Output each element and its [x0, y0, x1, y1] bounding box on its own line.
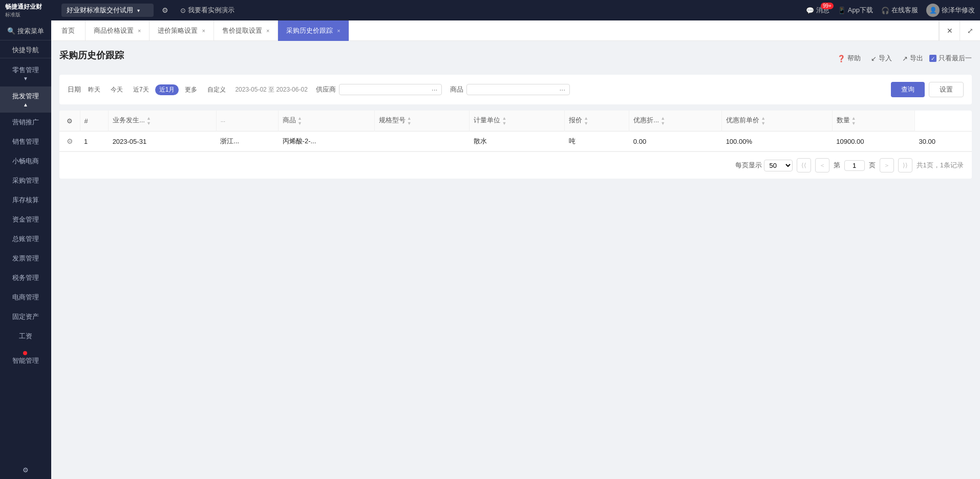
- close-icon[interactable]: ×: [138, 28, 141, 34]
- sidebar-item-9[interactable]: 发票管理: [0, 249, 51, 268]
- export-button[interactable]: ↗ 导出: [898, 52, 927, 65]
- user-name: 徐泽华修改: [942, 6, 975, 15]
- row-spec: [374, 132, 470, 151]
- help-button[interactable]: ❓ 帮助: [833, 52, 865, 65]
- sidebar-item-1[interactable]: 批发管理▲: [0, 86, 51, 113]
- tab-2[interactable]: 进价策略设置×: [150, 20, 214, 41]
- date-option-近1月[interactable]: 近1月: [155, 84, 179, 95]
- only-last-checkbox[interactable]: ✓ 只看最后一: [929, 54, 972, 63]
- play-icon: ⊙: [180, 7, 186, 14]
- download-icon: 📱: [838, 7, 846, 14]
- product-label: 商品: [450, 85, 463, 94]
- app-download-button[interactable]: 📱 App下载: [838, 6, 873, 15]
- tab-4[interactable]: 采购历史价跟踪×: [278, 20, 349, 41]
- row-quote-unit: 吨: [565, 132, 629, 151]
- first-page-button[interactable]: ⟨⟨: [797, 158, 811, 172]
- close-tab-button[interactable]: ✕: [939, 20, 960, 41]
- date-option-昨天[interactable]: 昨天: [84, 84, 104, 95]
- sort-icon: ▲▼: [761, 116, 765, 126]
- supplier-dots-button[interactable]: ···: [432, 85, 438, 94]
- maximize-button[interactable]: ⤢: [960, 20, 980, 41]
- more-col-button[interactable]: ···: [221, 118, 225, 124]
- tab-3[interactable]: 售价提取设置×: [214, 20, 278, 41]
- row-quantity: 30.00: [914, 132, 972, 151]
- demo-label: 我要看实例演示: [188, 6, 235, 15]
- col-header-quote[interactable]: 报价▲▼: [565, 111, 629, 132]
- row-gear[interactable]: ⚙: [59, 132, 80, 151]
- user-button[interactable]: 👤 徐泽华修改: [926, 4, 975, 17]
- row-more1: 浙江...: [216, 132, 278, 151]
- page-size-dropdown[interactable]: 50 100 200: [764, 160, 793, 171]
- col-header-discount[interactable]: 优惠折...▲▼: [629, 111, 722, 132]
- page-title: 采购历史价跟踪: [59, 49, 124, 61]
- product-dots-button[interactable]: ···: [559, 85, 565, 94]
- sidebar-item-4[interactable]: 小畅电商: [0, 151, 51, 171]
- prev-page-button[interactable]: ＜: [815, 158, 829, 172]
- sidebar-search[interactable]: 🔍 搜索菜单: [0, 20, 51, 40]
- col-header-biz_date[interactable]: 业务发生...▲▼: [109, 111, 217, 132]
- pagination: 每页显示 50 100 200 ⟨⟨ ＜ 第 页 ＞ ⟩⟩ 共1页，1条记录: [59, 151, 972, 179]
- col-header-gear: ⚙: [59, 111, 80, 132]
- logo-sub: 标准版: [5, 11, 20, 18]
- demo-button[interactable]: ⊙ 我要看实例演示: [180, 6, 235, 15]
- col-header-more1[interactable]: ···: [216, 111, 278, 132]
- col-header-unit_price[interactable]: 优惠前单价▲▼: [722, 111, 833, 132]
- sidebar-quicknav[interactable]: 快捷导航: [0, 42, 51, 58]
- col-header-product[interactable]: 商品▲▼: [279, 111, 375, 132]
- filter-actions: 查询 设置: [891, 82, 964, 97]
- last-page-button[interactable]: ⟩⟩: [898, 158, 912, 172]
- tab-label: 商品价格设置: [94, 26, 134, 35]
- sidebar-item-7[interactable]: 资金管理: [0, 210, 51, 229]
- sidebar-item-13[interactable]: 工资: [0, 326, 51, 346]
- close-icon[interactable]: ×: [202, 28, 205, 34]
- version-selector[interactable]: 好业财标准版交付试用 ▾: [61, 4, 154, 17]
- sort-icon: ▲▼: [502, 116, 506, 126]
- close-icon[interactable]: ×: [337, 28, 340, 34]
- date-option-近7天[interactable]: 近7天: [129, 84, 153, 95]
- close-icon[interactable]: ×: [266, 28, 269, 34]
- sidebar-item-0[interactable]: 零售管理▼: [0, 60, 51, 86]
- supplier-input[interactable]: [344, 86, 430, 94]
- sidebar-item-10[interactable]: 税务管理: [0, 268, 51, 288]
- page-content: 采购历史价跟踪 ❓ 帮助 ↙ 导入 ↗ 导出 ✓: [51, 41, 980, 479]
- row-unit-price: 10900.00: [832, 132, 914, 151]
- version-selector-text: 好业财标准版交付试用: [67, 6, 133, 15]
- tab-1[interactable]: 商品价格设置×: [86, 20, 150, 41]
- tab-0[interactable]: 首页: [51, 20, 86, 41]
- sidebar-item-3[interactable]: 销售管理: [0, 132, 51, 151]
- tab-label: 首页: [61, 26, 75, 35]
- page-number-input[interactable]: [844, 160, 865, 171]
- online-service-button[interactable]: 🎧 在线客服: [881, 6, 918, 15]
- sub-arrow-icon: ▲: [23, 102, 28, 107]
- date-option-今天[interactable]: 今天: [106, 84, 127, 95]
- query-button[interactable]: 查询: [891, 82, 925, 97]
- sidebar-item-14[interactable]: 智能管理: [0, 346, 51, 371]
- col-header-spec[interactable]: 规格型号▲▼: [374, 111, 470, 132]
- import-button[interactable]: ↙ 导入: [867, 52, 896, 65]
- page-header-right: ❓ 帮助 ↙ 导入 ↗ 导出 ✓ 只看最后一: [833, 52, 972, 65]
- sidebar-bottom-gear[interactable]: ⚙: [0, 461, 51, 479]
- sidebar-item-8[interactable]: 总账管理: [0, 229, 51, 249]
- settings-icon[interactable]: ⚙: [158, 3, 172, 17]
- message-button[interactable]: 💬 消息 99+: [806, 6, 829, 15]
- date-option-自定义[interactable]: 自定义: [203, 84, 230, 95]
- sidebar-item-2[interactable]: 营销推广: [0, 113, 51, 132]
- content-area: 首页商品价格设置×进价策略设置×售价提取设置×采购历史价跟踪× ✕ ⤢ 采购历史…: [51, 20, 980, 479]
- export-icon: ↗: [902, 55, 908, 62]
- product-filter: 商品 ···: [450, 84, 570, 95]
- col-header-quantity[interactable]: 数量▲▼: [832, 111, 914, 132]
- gear-col-icon[interactable]: ⚙: [67, 117, 73, 125]
- product-input[interactable]: [471, 86, 557, 94]
- top-bar: 畅捷通好业财 标准版 好业财标准版交付试用 ▾ ⚙ ⊙ 我要看实例演示 💬 消息…: [0, 0, 980, 20]
- help-icon: ❓: [837, 55, 845, 62]
- next-page-button[interactable]: ＞: [880, 158, 894, 172]
- app-download-label: App下载: [848, 6, 873, 15]
- settings-button[interactable]: 设置: [929, 82, 964, 97]
- date-option-更多[interactable]: 更多: [181, 84, 201, 95]
- col-header-unit[interactable]: 计量单位▲▼: [470, 111, 565, 132]
- page-info: 共1页，1条记录: [917, 161, 964, 170]
- sidebar-item-5[interactable]: 采购管理: [0, 171, 51, 190]
- sidebar-item-6[interactable]: 库存核算: [0, 190, 51, 210]
- sidebar-item-12[interactable]: 固定资产: [0, 307, 51, 326]
- sidebar-item-11[interactable]: 电商管理: [0, 288, 51, 307]
